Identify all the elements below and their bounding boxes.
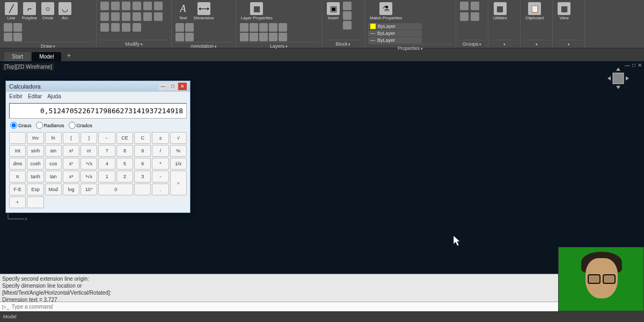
maximize-button[interactable]: □ <box>169 83 177 90</box>
layer-tool[interactable] <box>279 33 287 41</box>
panel-title[interactable]: Block <box>325 40 361 48</box>
line-button[interactable]: ╱Line <box>3 1 19 21</box>
calc-key[interactable]: = <box>170 171 187 195</box>
clipboard-button[interactable]: 📋Clipboard <box>524 1 545 21</box>
calc-key[interactable]: 6 <box>134 158 151 170</box>
calc-key[interactable]: π <box>9 171 26 182</box>
layer-tool[interactable] <box>240 33 248 41</box>
calc-key[interactable]: tan <box>45 171 62 182</box>
calc-key[interactable]: Mod <box>45 184 62 195</box>
match-properties-button[interactable]: ⚗Match Properties <box>368 1 404 21</box>
calc-key[interactable]: ← <box>98 132 115 144</box>
layer-tool[interactable] <box>259 33 268 41</box>
panel-title[interactable] <box>492 40 517 48</box>
insert-button[interactable]: ▣Insert <box>325 1 341 21</box>
linetype-bylayer-dropdown[interactable]: —ByLayer <box>368 37 422 43</box>
modify-tool[interactable] <box>133 23 141 32</box>
calc-key[interactable]: C <box>134 132 151 144</box>
group-tool[interactable] <box>471 12 479 21</box>
calc-key[interactable]: + <box>9 196 26 208</box>
annot-tool[interactable] <box>175 23 184 32</box>
mode-degrees[interactable]: Graus <box>10 122 32 129</box>
mode-radians[interactable]: Radianos <box>36 122 64 129</box>
draw-small-tool[interactable] <box>4 23 12 32</box>
calc-key[interactable]: dms <box>9 158 26 170</box>
layer-tool[interactable] <box>250 33 258 41</box>
lineweight-bylayer-dropdown[interactable]: —ByLayer <box>368 30 422 36</box>
calc-key[interactable] <box>27 196 43 208</box>
utilities-button[interactable]: ▦Utilities <box>492 1 509 21</box>
draw-small-tool[interactable] <box>4 33 12 41</box>
modify-tool[interactable] <box>100 23 109 32</box>
tab-start[interactable]: Start <box>4 52 31 61</box>
calculator-titlebar[interactable]: Calculadora — □ ✕ <box>6 81 190 92</box>
modify-tool[interactable] <box>111 2 120 10</box>
modify-tool[interactable] <box>111 23 120 32</box>
panel-title[interactable]: Draw <box>3 42 93 50</box>
arc-button[interactable]: ◡Arc <box>57 1 73 21</box>
close-icon[interactable]: ✕ <box>638 62 642 68</box>
modify-tool[interactable] <box>143 12 152 21</box>
calc-key[interactable]: 1 <box>98 171 115 182</box>
calc-key[interactable] <box>134 184 151 195</box>
calc-key[interactable]: cosh <box>27 158 43 170</box>
calc-key[interactable]: ³√x <box>80 171 97 182</box>
menu-view[interactable]: Exibir <box>9 93 23 99</box>
calc-key[interactable]: 3 <box>134 171 151 182</box>
annot-tool[interactable] <box>175 33 184 41</box>
calc-key[interactable] <box>9 132 26 144</box>
mode-grads[interactable]: Grados <box>69 122 93 129</box>
group-tool[interactable] <box>460 12 469 21</box>
modify-tool[interactable] <box>154 12 163 21</box>
calc-key[interactable]: Exp <box>27 184 43 195</box>
calc-key[interactable]: x³ <box>63 171 79 182</box>
close-button[interactable]: ✕ <box>178 83 187 90</box>
calc-key[interactable]: 10ˣ <box>80 184 97 195</box>
draw-small-tool[interactable] <box>13 33 22 41</box>
dimension-button[interactable]: ⟷Dimension <box>192 1 216 21</box>
panel-title[interactable]: Modify <box>100 40 168 48</box>
calc-key[interactable]: ln <box>45 132 62 144</box>
block-tool[interactable] <box>343 21 352 30</box>
calc-key[interactable]: sin <box>45 145 62 157</box>
panel-title[interactable]: Annotation <box>175 42 232 50</box>
calc-key[interactable]: cos <box>45 158 62 170</box>
panel-title[interactable]: Layers <box>239 42 318 50</box>
maximize-icon[interactable]: □ <box>632 62 635 68</box>
minimize-button[interactable]: — <box>159 83 167 90</box>
calc-key[interactable]: 4 <box>98 158 115 170</box>
layer-tool[interactable] <box>240 23 248 32</box>
modify-tool[interactable] <box>122 2 130 10</box>
calc-key[interactable]: 8 <box>116 145 133 157</box>
view-cube[interactable] <box>605 65 631 91</box>
panel-title[interactable] <box>524 40 549 48</box>
modify-tool[interactable] <box>100 12 109 21</box>
calc-key[interactable]: ) <box>80 132 97 144</box>
group-tool[interactable] <box>471 2 479 10</box>
command-field[interactable] <box>12 304 642 310</box>
calc-key[interactable]: sinh <box>27 145 43 157</box>
calc-key[interactable]: n! <box>80 145 97 157</box>
calc-key[interactable]: 0 <box>98 184 133 195</box>
calc-key[interactable]: 9 <box>134 145 151 157</box>
calc-key[interactable]: * <box>152 158 169 170</box>
polyline-button[interactable]: ⌐Polyline <box>20 1 39 21</box>
calc-key[interactable]: √ <box>170 132 187 144</box>
calc-key[interactable]: x² <box>63 145 79 157</box>
modify-tool[interactable] <box>133 12 141 21</box>
modify-tool[interactable] <box>143 2 152 10</box>
layer-tool[interactable] <box>269 33 277 41</box>
calc-key[interactable]: 5 <box>116 158 133 170</box>
panel-title[interactable]: Properties <box>368 44 452 52</box>
panel-title[interactable]: Groups <box>459 40 485 48</box>
menu-edit[interactable]: Editar <box>28 93 42 99</box>
modify-tool[interactable] <box>154 2 163 10</box>
layer-tool[interactable] <box>259 23 268 32</box>
annot-tool[interactable] <box>185 23 194 32</box>
menu-help[interactable]: Ajuda <box>47 93 61 99</box>
text-button[interactable]: AText <box>175 1 191 21</box>
command-input[interactable]: ▷_ <box>0 302 644 311</box>
color-bylayer-dropdown[interactable]: ByLayer <box>368 23 422 30</box>
block-tool[interactable] <box>343 11 352 20</box>
calc-key[interactable]: 7 <box>98 145 115 157</box>
